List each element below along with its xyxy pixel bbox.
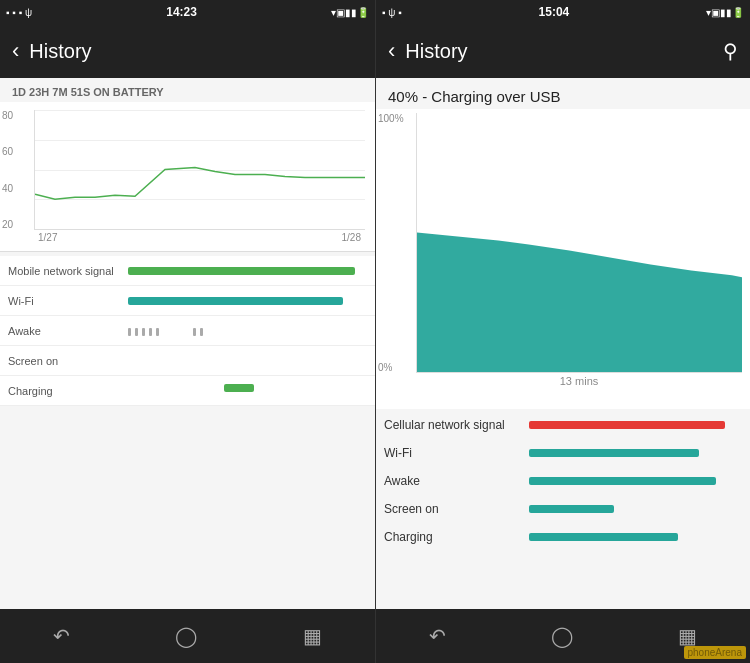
right-title: History xyxy=(405,40,713,63)
left-status-bar: ▪ ▪ ▪ ψ 14:23 ▾▣▮▮🔋 xyxy=(0,0,375,24)
right-awake-row: Awake xyxy=(376,467,750,495)
right-screen-on-bar xyxy=(529,505,614,513)
right-cellular-bar xyxy=(529,421,725,429)
left-home-nav[interactable]: ◯ xyxy=(155,616,217,656)
right-charging-bar-container xyxy=(529,530,742,544)
right-cellular-bar-container xyxy=(529,418,742,432)
awake-dot-7 xyxy=(200,328,203,336)
right-battery-chart: 100% 0% 13 mins xyxy=(376,109,750,409)
right-status-bar: ▪ ψ ▪ 15:04 ▾▣▮▮🔋 xyxy=(376,0,750,24)
right-wifi-label: Wi-Fi xyxy=(384,446,529,460)
x-label-127: 1/27 xyxy=(38,232,57,243)
battery-line-chart xyxy=(35,110,365,229)
battery-chart: 80 60 40 20 1/27 1/28 xyxy=(0,102,375,252)
svg-marker-0 xyxy=(417,233,742,372)
charging-label: Charging xyxy=(8,385,128,397)
charging-bar xyxy=(224,384,254,392)
awake-dot-2 xyxy=(135,328,138,336)
right-panel: ▪ ψ ▪ 15:04 ▾▣▮▮🔋 ‹ History ⚲ 40% - Char… xyxy=(375,0,750,663)
left-app-bar: ‹ History xyxy=(0,24,375,78)
awake-dot-6 xyxy=(193,328,196,336)
mobile-signal-bar-container xyxy=(128,264,367,278)
wifi-row: Wi-Fi xyxy=(0,286,375,316)
right-awake-bar-container xyxy=(529,474,742,488)
right-cellular-row: Cellular network signal xyxy=(376,411,750,439)
screen-on-row: Screen on xyxy=(0,346,375,376)
right-bottom-nav: ↶ ◯ ▦ phoneArena xyxy=(376,609,750,663)
right-area-chart xyxy=(417,113,742,372)
mobile-signal-label: Mobile network signal xyxy=(8,265,128,277)
right-charging-label: Charging xyxy=(384,530,529,544)
y-label-80: 80 xyxy=(2,110,13,121)
awake-row: Awake xyxy=(0,316,375,346)
awake-dot-1 xyxy=(128,328,131,336)
left-status-icons: ▪ ▪ ▪ ψ xyxy=(6,7,32,18)
left-bottom-nav: ↶ ◯ ▦ xyxy=(0,609,375,663)
right-app-bar: ‹ History ⚲ xyxy=(376,24,750,78)
awake-dot-3 xyxy=(142,328,145,336)
right-awake-label: Awake xyxy=(384,474,529,488)
x-label-128: 1/28 xyxy=(342,232,361,243)
left-back-button[interactable]: ‹ xyxy=(12,38,19,64)
right-back-nav[interactable]: ↶ xyxy=(409,616,466,656)
right-back-button[interactable]: ‹ xyxy=(388,38,395,64)
y-label-40: 40 xyxy=(2,183,13,194)
left-back-nav[interactable]: ↶ xyxy=(33,616,90,656)
chart-y-labels: 80 60 40 20 xyxy=(0,110,15,230)
right-wifi-bar xyxy=(529,449,699,457)
charging-title: 40% - Charging over USB xyxy=(376,78,750,109)
awake-dot-4 xyxy=(149,328,152,336)
screen-on-bar-container xyxy=(128,354,367,368)
mobile-signal-bar xyxy=(128,267,355,275)
awake-dot-5 xyxy=(156,328,159,336)
search-icon[interactable]: ⚲ xyxy=(723,39,738,63)
left-status-right: ▾▣▮▮🔋 xyxy=(331,7,369,18)
left-battery-icon: ▾▣▮▮🔋 xyxy=(331,7,369,18)
wifi-bar xyxy=(128,297,343,305)
watermark: phoneArena xyxy=(684,646,747,659)
y-label-60: 60 xyxy=(2,146,13,157)
left-status-icons-text: ▪ ▪ ▪ ψ xyxy=(6,7,32,18)
awake-bar-container xyxy=(128,324,367,338)
right-battery-icon: ▾▣▮▮🔋 xyxy=(706,7,744,18)
right-cellular-label: Cellular network signal xyxy=(384,418,529,432)
chart-x-labels: 1/27 1/28 xyxy=(34,230,365,245)
left-time: 14:23 xyxy=(166,5,197,19)
screen-on-label: Screen on xyxy=(8,355,128,367)
right-y-labels: 100% 0% xyxy=(376,113,406,373)
right-chart-area xyxy=(416,113,742,373)
right-awake-bar xyxy=(529,477,716,485)
right-content: 40% - Charging over USB 100% 0% 13 mins … xyxy=(376,78,750,609)
right-charging-row: Charging xyxy=(376,523,750,551)
right-charging-bar xyxy=(529,533,678,541)
right-signal-section: Cellular network signal Wi-Fi Awake Scre… xyxy=(376,411,750,551)
right-x-label: 13 mins xyxy=(416,373,742,387)
mobile-signal-row: Mobile network signal xyxy=(0,256,375,286)
left-content: 1D 23H 7M 51S ON BATTERY 80 60 40 20 1 xyxy=(0,78,375,609)
wifi-bar-container xyxy=(128,294,367,308)
chart-area xyxy=(34,110,365,230)
left-panel: ▪ ▪ ▪ ψ 14:23 ▾▣▮▮🔋 ‹ History 1D 23H 7M … xyxy=(0,0,375,663)
wifi-label: Wi-Fi xyxy=(8,295,128,307)
right-screen-on-bar-container xyxy=(529,502,742,516)
right-wifi-bar-container xyxy=(529,446,742,460)
charging-bar-container xyxy=(128,384,367,398)
left-recents-nav[interactable]: ▦ xyxy=(283,616,342,656)
right-screen-on-row: Screen on xyxy=(376,495,750,523)
signal-section: Mobile network signal Wi-Fi Awake xyxy=(0,256,375,406)
right-status-icons: ▪ ψ ▪ xyxy=(382,7,402,18)
charging-row: Charging xyxy=(0,376,375,406)
left-title: History xyxy=(29,40,363,63)
awake-label: Awake xyxy=(8,325,128,337)
right-status-right: ▾▣▮▮🔋 xyxy=(706,7,744,18)
right-home-nav[interactable]: ◯ xyxy=(531,616,593,656)
right-screen-on-label: Screen on xyxy=(384,502,529,516)
right-time: 15:04 xyxy=(539,5,570,19)
y-label-20: 20 xyxy=(2,219,13,230)
right-y-bottom: 0% xyxy=(378,362,404,373)
right-wifi-row: Wi-Fi xyxy=(376,439,750,467)
right-y-top: 100% xyxy=(378,113,404,124)
right-status-icons-text: ▪ ψ ▪ xyxy=(382,7,402,18)
battery-duration: 1D 23H 7M 51S ON BATTERY xyxy=(0,78,375,102)
